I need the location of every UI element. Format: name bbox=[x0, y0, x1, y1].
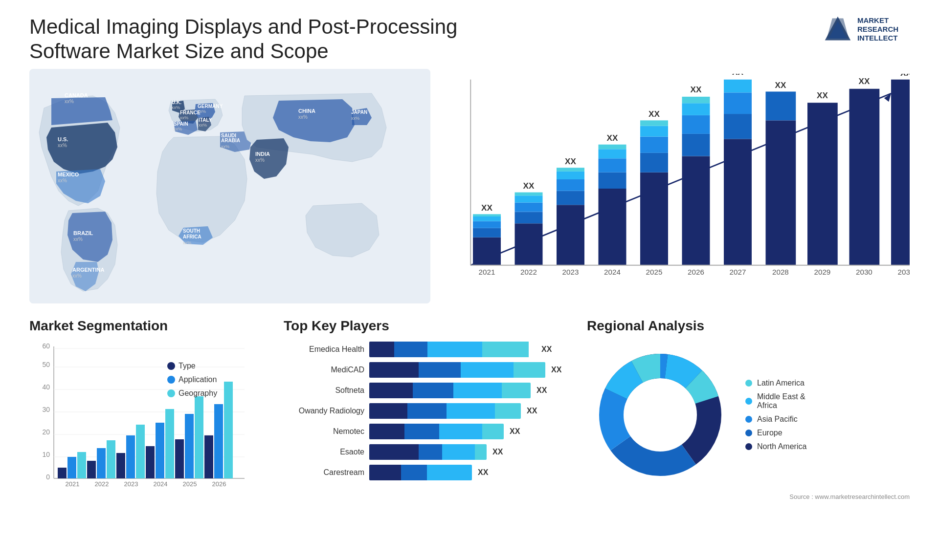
bar-chart-svg: XX 2021 XX 2022 bbox=[445, 74, 910, 303]
svg-text:xx%: xx% bbox=[183, 240, 191, 245]
svg-rect-69 bbox=[640, 126, 668, 137]
svg-rect-87 bbox=[766, 91, 796, 120]
svg-text:XX: XX bbox=[481, 203, 492, 212]
logo-text: MARKET RESEARCH INTELLECT bbox=[857, 16, 898, 43]
player-name: Nemotec bbox=[284, 427, 364, 436]
legend-label-mea: Middle East &Africa bbox=[757, 392, 805, 410]
svg-text:2025: 2025 bbox=[183, 480, 197, 488]
svg-text:60: 60 bbox=[42, 342, 50, 350]
svg-text:xx%: xx% bbox=[221, 144, 229, 149]
svg-rect-125 bbox=[126, 435, 135, 478]
svg-text:AFRICA: AFRICA bbox=[183, 234, 201, 239]
svg-text:2024: 2024 bbox=[604, 268, 621, 276]
svg-text:20: 20 bbox=[42, 428, 50, 436]
svg-text:2026: 2026 bbox=[688, 268, 704, 276]
regional-panel: Regional Analysis bbox=[587, 318, 910, 510]
svg-rect-53 bbox=[557, 191, 584, 205]
legend-dot-europe bbox=[745, 430, 752, 436]
svg-rect-93 bbox=[850, 89, 880, 265]
svg-text:2021: 2021 bbox=[66, 480, 80, 488]
logo-area: MARKET RESEARCH INTELLECT bbox=[812, 15, 910, 44]
player-bar-wrap: XX bbox=[369, 465, 577, 480]
svg-rect-62 bbox=[599, 149, 626, 158]
svg-rect-67 bbox=[640, 153, 668, 172]
page-title: Medical Imaging Displays and Post-Proces… bbox=[29, 15, 470, 64]
svg-rect-66 bbox=[640, 172, 668, 265]
legend-label-asia: Asia Pacific bbox=[757, 415, 798, 424]
svg-rect-128 bbox=[146, 446, 155, 478]
player-bar-wrap: XX bbox=[369, 403, 577, 419]
players-panel: Top Key Players Emedica Health XX bbox=[284, 318, 577, 510]
svg-rect-52 bbox=[557, 205, 584, 265]
legend-item-asia: Asia Pacific bbox=[745, 415, 806, 424]
svg-rect-96 bbox=[891, 80, 910, 265]
player-value: XX bbox=[510, 427, 520, 436]
svg-text:SOUTH: SOUTH bbox=[183, 228, 200, 234]
legend-dot-mea bbox=[745, 398, 752, 405]
svg-text:XX: XX bbox=[607, 133, 618, 143]
svg-rect-126 bbox=[136, 425, 145, 478]
svg-text:MEXICO: MEXICO bbox=[58, 172, 79, 177]
player-bar bbox=[369, 424, 504, 439]
svg-text:50: 50 bbox=[42, 361, 50, 368]
svg-text:30: 30 bbox=[42, 406, 50, 413]
svg-rect-81 bbox=[724, 114, 752, 139]
svg-rect-74 bbox=[682, 134, 710, 156]
logo-box: MARKET RESEARCH INTELLECT bbox=[823, 15, 898, 44]
donut-chart-svg bbox=[587, 342, 734, 488]
svg-text:BRAZIL: BRAZIL bbox=[73, 230, 93, 236]
bottom-section: Market Segmentation 0 10 20 30 40 50 60 bbox=[29, 318, 910, 510]
svg-rect-48 bbox=[515, 195, 543, 202]
svg-rect-132 bbox=[175, 439, 184, 478]
svg-rect-56 bbox=[557, 168, 584, 172]
svg-text:xx%: xx% bbox=[198, 109, 206, 114]
svg-text:2022: 2022 bbox=[520, 268, 537, 276]
player-name: Owandy Radiology bbox=[284, 407, 364, 415]
svg-rect-116 bbox=[58, 468, 67, 478]
svg-rect-45 bbox=[515, 223, 543, 265]
player-row: Softneta XX bbox=[284, 383, 577, 398]
svg-text:CHINA: CHINA bbox=[298, 108, 315, 114]
players-list: Emedica Health XX MediCAD bbox=[284, 342, 577, 480]
svg-text:XX: XX bbox=[691, 85, 702, 94]
player-value: XX bbox=[537, 386, 547, 395]
player-bar-wrap: XX bbox=[369, 342, 577, 357]
svg-text:2030: 2030 bbox=[856, 268, 872, 276]
svg-text:xx%: xx% bbox=[180, 115, 188, 120]
svg-rect-138 bbox=[224, 382, 233, 478]
svg-text:ITALY: ITALY bbox=[199, 117, 212, 123]
svg-text:Type: Type bbox=[179, 362, 196, 370]
donut-wrap: Latin America Middle East &Africa Asia P… bbox=[587, 342, 910, 488]
player-row: Emedica Health XX bbox=[284, 342, 577, 357]
player-name: Esaote bbox=[284, 448, 364, 456]
svg-text:GERMANY: GERMANY bbox=[198, 104, 223, 109]
player-name: MediCAD bbox=[284, 366, 364, 374]
svg-text:xx%: xx% bbox=[199, 123, 207, 128]
svg-rect-134 bbox=[195, 396, 203, 478]
svg-text:xx%: xx% bbox=[72, 273, 82, 279]
player-value: XX bbox=[478, 468, 488, 477]
svg-rect-70 bbox=[640, 120, 668, 126]
svg-text:2022: 2022 bbox=[95, 480, 109, 488]
svg-rect-46 bbox=[515, 212, 543, 223]
svg-text:2023: 2023 bbox=[562, 268, 579, 276]
svg-rect-76 bbox=[682, 103, 710, 115]
svg-rect-83 bbox=[724, 80, 752, 93]
legend-item-latin-america: Latin America bbox=[745, 379, 806, 388]
svg-text:xx%: xx% bbox=[174, 127, 182, 131]
bar-chart-area: XX 2021 XX 2022 bbox=[445, 69, 910, 303]
legend-label-north-america: North America bbox=[757, 442, 806, 451]
svg-rect-39 bbox=[473, 228, 501, 237]
svg-rect-137 bbox=[214, 404, 223, 478]
svg-text:INDIA: INDIA bbox=[255, 151, 270, 157]
svg-text:xx%: xx% bbox=[58, 143, 67, 148]
svg-rect-63 bbox=[599, 145, 626, 150]
player-value: XX bbox=[492, 448, 503, 456]
player-bar-wrap: XX bbox=[369, 383, 577, 398]
svg-text:2021: 2021 bbox=[479, 268, 495, 276]
svg-rect-59 bbox=[599, 189, 626, 265]
svg-rect-60 bbox=[599, 172, 626, 189]
legend-item-mea: Middle East &Africa bbox=[745, 392, 806, 410]
top-section: CANADA xx% U.S. xx% MEXICO xx% BRAZIL xx… bbox=[29, 69, 910, 303]
svg-text:40: 40 bbox=[42, 383, 50, 391]
